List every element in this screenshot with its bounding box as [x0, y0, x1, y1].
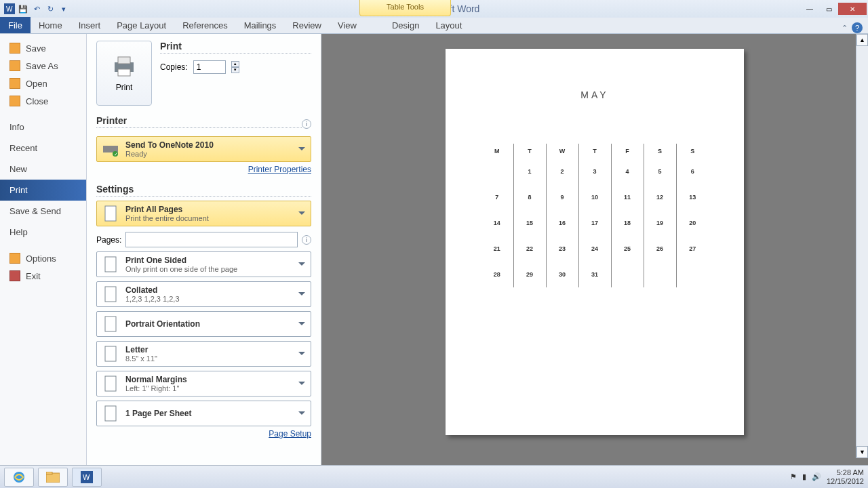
setting--page-per-sheet[interactable]: 1 Page Per Sheet [96, 401, 311, 426]
svg-rect-4 [118, 69, 130, 76]
setting-title: 1 Page Per Sheet [125, 409, 293, 418]
printer-properties-link[interactable]: Printer Properties [96, 165, 311, 174]
calendar-cell: 12 [644, 184, 676, 210]
minimize-button[interactable]: — [800, 3, 819, 15]
calendar-cell: 27 [676, 236, 709, 262]
calendar-cell: 6 [676, 159, 709, 184]
tab-review[interactable]: Review [284, 18, 330, 33]
ribbon-minimize-icon[interactable]: ⌃ [842, 24, 848, 33]
sidebar-item-label: Print [9, 185, 28, 195]
calendar-cell: 4 [611, 159, 644, 184]
setting-portrait-orientation[interactable]: Portrait Orientation [96, 311, 311, 337]
print-button[interactable]: Print [96, 41, 152, 106]
sidebar-item-options[interactable]: Options [0, 249, 86, 267]
setting-title: Portrait Orientation [125, 319, 293, 329]
calendar-cell [611, 262, 644, 287]
ie-icon[interactable] [4, 468, 34, 487]
sidebar-item-close[interactable]: Close [0, 92, 86, 110]
calendar-cell: 3 [578, 159, 611, 184]
chevron-down-icon [298, 322, 305, 329]
svg-rect-13 [105, 376, 116, 391]
sidebar-item-save-as[interactable]: Save As [0, 57, 86, 75]
setting-icon [101, 314, 120, 333]
tab-page-layout[interactable]: Page Layout [108, 18, 174, 33]
help-icon[interactable]: ? [852, 22, 863, 33]
tab-insert[interactable]: Insert [71, 18, 109, 33]
tab-view[interactable]: View [330, 18, 365, 33]
copies-down[interactable]: ▼ [231, 67, 239, 73]
tab-design[interactable]: Design [384, 18, 427, 33]
page-setup-link[interactable]: Page Setup [96, 429, 311, 439]
word-taskbar-icon[interactable]: W [72, 468, 102, 487]
setting-icon [101, 404, 120, 423]
sidebar-item-info[interactable]: Info [0, 117, 86, 138]
tab-layout[interactable]: Layout [427, 18, 470, 33]
maximize-button[interactable]: ▭ [819, 3, 838, 15]
calendar-cell: 17 [578, 210, 611, 236]
setting-letter[interactable]: Letter8.5" x 11" [96, 341, 311, 367]
ribbon: File HomeInsertPage LayoutReferencesMail… [0, 18, 868, 34]
setting-title: Letter [125, 345, 293, 354]
sidebar-item-open[interactable]: Open [0, 75, 86, 92]
printer-icon [112, 54, 136, 79]
sidebar-item-new[interactable]: New [0, 159, 86, 180]
copies-up[interactable]: ▲ [231, 61, 239, 67]
calendar-cell: 29 [513, 262, 546, 287]
redo-icon[interactable]: ↻ [45, 3, 56, 14]
close-button[interactable]: ✕ [838, 3, 867, 15]
calendar-cell: 5 [644, 159, 676, 184]
print-pane: Print Print Copies: ▲▼ Printer i ✓ Send … [87, 34, 321, 488]
setting-print-all-pages[interactable]: Print All PagesPrint the entire document [96, 201, 311, 226]
setting-collated[interactable]: Collated1,2,3 1,2,3 1,2,3 [96, 281, 311, 307]
sidebar-item-save[interactable]: Save [0, 39, 86, 57]
copies-label: Copies: [160, 62, 188, 72]
tab-home[interactable]: Home [31, 18, 71, 33]
sidebar-item-label: Recent [9, 143, 37, 153]
qat-more-icon[interactable]: ▾ [58, 3, 69, 14]
sidebar-item-recent[interactable]: Recent [0, 138, 86, 159]
printer-selector[interactable]: ✓ Send To OneNote 2010 Ready [96, 136, 311, 162]
sidebar-item-exit[interactable]: Exit [0, 267, 86, 285]
setting-subtitle: 1,2,3 1,2,3 1,2,3 [125, 295, 293, 303]
setting-print-one-sided[interactable]: Print One SidedOnly print on one side of… [96, 251, 311, 277]
printer-device-icon: ✓ [101, 140, 120, 159]
sidebar-item-help[interactable]: Help [0, 222, 86, 243]
sidebar-icon [9, 253, 20, 264]
quick-access-toolbar: W 💾 ↶ ↻ ▾ [4, 3, 69, 14]
explorer-icon[interactable] [38, 468, 68, 487]
tray-sound-icon[interactable]: 🔊 [812, 472, 821, 481]
svg-rect-14 [105, 406, 116, 421]
scroll-up-icon[interactable]: ▲ [856, 34, 868, 46]
tab-mailings[interactable]: Mailings [236, 18, 285, 33]
setting-icon [101, 374, 120, 393]
pages-info-icon[interactable]: i [302, 235, 311, 245]
sidebar-item-label: Exit [26, 271, 41, 281]
preview-scrollbar[interactable]: ▲ ▼ [856, 34, 868, 458]
chevron-down-icon [298, 211, 305, 218]
sidebar-icon [9, 78, 20, 89]
scroll-down-icon[interactable]: ▼ [856, 446, 868, 458]
setting-normal-margins[interactable]: Normal MarginsLeft: 1" Right: 1" [96, 371, 311, 396]
copies-input[interactable] [193, 60, 226, 74]
undo-icon[interactable]: ↶ [31, 3, 42, 14]
file-tab[interactable]: File [0, 17, 31, 33]
printer-info-icon[interactable]: i [302, 119, 311, 129]
save-icon[interactable]: 💾 [18, 3, 28, 14]
sidebar-item-save-send[interactable]: Save & Send [0, 201, 86, 222]
pages-input[interactable] [125, 232, 298, 247]
calendar-cell [644, 262, 676, 287]
word-icon: W [4, 3, 15, 14]
sidebar-item-print[interactable]: Print [0, 180, 86, 201]
tray-network-icon[interactable]: ▮ [802, 472, 806, 481]
setting-title: Print All Pages [125, 205, 293, 214]
tab-references[interactable]: References [174, 18, 235, 33]
calendar-cell [481, 159, 513, 184]
printer-name: Send To OneNote 2010 [125, 140, 293, 150]
calendar-cell: 25 [611, 236, 644, 262]
chevron-down-icon [298, 411, 305, 418]
calendar-cell: 19 [644, 210, 676, 236]
sidebar-item-label: Options [26, 253, 56, 264]
tray-flag-icon[interactable]: ⚑ [790, 472, 797, 481]
calendar-cell: 28 [481, 262, 513, 287]
setting-icon [101, 285, 120, 304]
